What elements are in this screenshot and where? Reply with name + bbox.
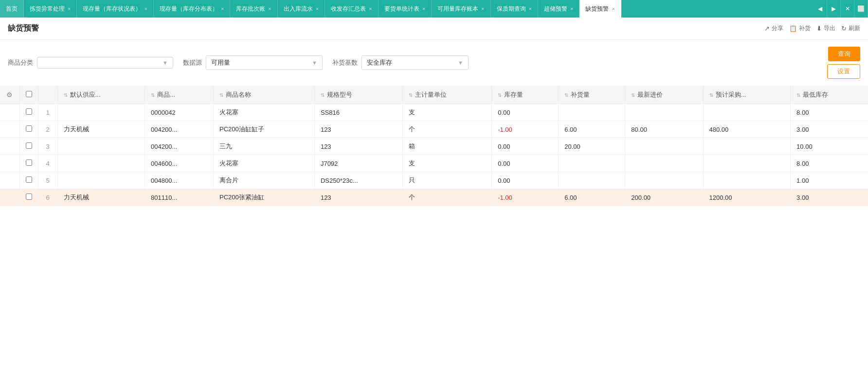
th-latest-price: ⇅ 最新进价 (625, 86, 703, 104)
min-inventory-cell: 3.00 (791, 121, 868, 138)
query-button[interactable]: 查询 (828, 47, 860, 61)
goods-name-cell: 三九 (214, 138, 315, 155)
default-supplier-cell (57, 138, 145, 155)
replenish-basis-filter-group: 补货基数 安全库存 ▼ (332, 55, 469, 70)
datasource-label: 数据源 (183, 58, 202, 67)
th-replenish-qty-label: 补货量 (571, 90, 590, 99)
tab-close-abnormal[interactable]: × (68, 6, 71, 12)
row-checkbox-cell (19, 189, 38, 206)
tab-label-receipt-summary: 收发存汇总表 (331, 5, 366, 13)
default-supplier-cell (57, 104, 145, 121)
settings-button[interactable]: 设置 (827, 64, 860, 79)
export-label: 导出 (824, 24, 835, 33)
tab-close-shortage[interactable]: × (612, 6, 615, 12)
tab-requisition-stat[interactable]: 要货单统计表× (379, 0, 432, 18)
row-num: 1 (38, 104, 57, 121)
row-settings-cell (0, 172, 19, 189)
row-checkbox-3[interactable] (26, 159, 32, 166)
sort-goods-name[interactable]: ⇅ 商品名称 (219, 90, 308, 99)
share-button[interactable]: ↗ 分享 (764, 24, 783, 33)
tab-close-inout-flow[interactable]: × (316, 6, 319, 12)
tab-shortage[interactable]: 缺货预警× (579, 0, 621, 18)
row-checkbox-cell (19, 172, 38, 189)
tab-close-all-button[interactable]: ✕ (841, 0, 854, 18)
unit-cell: 个 (402, 121, 491, 138)
tab-available-ledger[interactable]: 可用量库存账本× (432, 0, 490, 18)
sort-goods-code[interactable]: ⇅ 商品... (151, 90, 207, 99)
tab-close-inventory-dist[interactable]: × (221, 6, 224, 12)
unit-cell: 支 (402, 104, 491, 121)
tab-receipt-summary[interactable]: 收发存汇总表× (325, 0, 378, 18)
th-est-purchase-label: 预计采购... (716, 90, 746, 99)
row-checkbox-4[interactable] (26, 176, 32, 183)
tab-prev-button[interactable]: ◀ (814, 0, 827, 18)
tab-label-overstock: 超储预警 (544, 5, 567, 13)
refresh-button[interactable]: ↻ 刷新 (841, 24, 860, 33)
est-purchase-cell (703, 138, 791, 155)
inventory-cell: -1.00 (492, 189, 559, 206)
tab-batch-account[interactable]: 库存批次账× (230, 0, 277, 18)
sort-supplier[interactable]: ⇅ 默认供应... (64, 90, 139, 99)
select-all-checkbox[interactable] (26, 91, 32, 97)
replenish-qty-cell: 6.00 (559, 189, 625, 206)
sort-latest-price[interactable]: ⇅ 最新进价 (631, 90, 697, 99)
gear-icon[interactable]: ⚙ (6, 91, 13, 99)
tab-close-expiry-query[interactable]: × (529, 6, 532, 12)
tab-inventory-dist[interactable]: 现存量（库存分布表）× (154, 0, 230, 18)
th-unit: ⇅ 主计量单位 (402, 86, 491, 104)
tab-close-inventory-status[interactable]: × (144, 6, 147, 12)
tab-maximize-button[interactable]: ⬜ (854, 0, 868, 18)
min-inventory-cell: 8.00 (791, 104, 868, 121)
th-goods-name: ⇅ 商品名称 (214, 86, 315, 104)
tab-close-overstock[interactable]: × (570, 6, 573, 12)
tab-overstock[interactable]: 超储预警× (538, 0, 579, 18)
filter-area: 商品分类 ▼ 数据源 可用量 ▼ 补货基数 安全库存 ▼ 查询 设置 (0, 40, 868, 86)
tab-bar: 首页拣货异常处理×现存量（库存状况表）×现存量（库存分布表）×库存批次账×出入库… (0, 0, 868, 18)
sort-unit[interactable]: ⇅ 主计量单位 (409, 90, 486, 99)
row-checkbox-0[interactable] (26, 108, 32, 115)
tab-abnormal[interactable]: 拣货异常处理× (24, 0, 77, 18)
datasource-filter-group: 数据源 可用量 ▼ (183, 55, 323, 70)
export-button[interactable]: ⬇ 导出 (816, 24, 835, 33)
tab-close-available-ledger[interactable]: × (481, 6, 484, 12)
refresh-label: 刷新 (849, 24, 860, 33)
tab-close-batch-account[interactable]: × (268, 6, 271, 12)
row-settings-cell (0, 104, 19, 121)
tab-close-requisition-stat[interactable]: × (422, 6, 425, 12)
th-goods-name-label: 商品名称 (226, 90, 251, 99)
tab-next-button[interactable]: ▶ (827, 0, 841, 18)
sort-spec[interactable]: ⇅ 规格型号 (321, 90, 397, 99)
sort-min-inventory[interactable]: ⇅ 最低库存 (796, 90, 862, 99)
tab-inout-flow[interactable]: 出入库流水× (278, 0, 325, 18)
sort-inventory[interactable]: ⇅ 库存量 (498, 90, 552, 99)
tab-label-inout-flow: 出入库流水 (284, 5, 313, 13)
est-purchase-cell: 480.00 (703, 121, 791, 138)
sort-est-purchase[interactable]: ⇅ 预计采购... (709, 90, 785, 99)
tab-inventory-status[interactable]: 现存量（库存状况表）× (77, 0, 153, 18)
tab-expiry-query[interactable]: 保质期查询× (491, 0, 538, 18)
filter-actions: 查询 设置 (827, 47, 860, 79)
min-inventory-cell: 10.00 (791, 138, 868, 155)
category-select[interactable]: ▼ (37, 57, 173, 69)
tab-label-requisition-stat: 要货单统计表 (384, 5, 419, 13)
datasource-select[interactable]: 可用量 ▼ (206, 55, 323, 70)
row-checkbox-1[interactable] (26, 125, 32, 132)
sort-replenish-qty[interactable]: ⇅ 补货量 (564, 90, 619, 99)
goods-name-cell: 火花塞 (214, 155, 315, 172)
table-row: 2力天机械004200...PC200油缸缸子123个-1.006.0080.0… (0, 121, 868, 138)
tab-home[interactable]: 首页 (0, 0, 24, 18)
replenish-basis-select[interactable]: 安全库存 ▼ (362, 55, 469, 70)
default-supplier-cell: 力天机械 (57, 189, 145, 206)
th-spec-label: 规格型号 (327, 90, 352, 99)
latest-price-cell: 80.00 (625, 121, 703, 138)
page-title: 缺货预警 (8, 23, 764, 34)
row-checkbox-5[interactable] (26, 194, 32, 200)
replenish-button[interactable]: 📋 补货 (789, 24, 811, 33)
tab-close-receipt-summary[interactable]: × (369, 6, 372, 12)
tab-label-inventory-dist: 现存量（库存分布表） (160, 5, 218, 13)
table-body: 10000042火花塞SS816支0.008.002力天机械004200...P… (0, 104, 868, 206)
th-default-supplier-label: 默认供应... (70, 90, 101, 99)
inventory-cell: 0.00 (492, 155, 559, 172)
datasource-value: 可用量 (211, 58, 308, 67)
row-checkbox-2[interactable] (26, 142, 32, 149)
